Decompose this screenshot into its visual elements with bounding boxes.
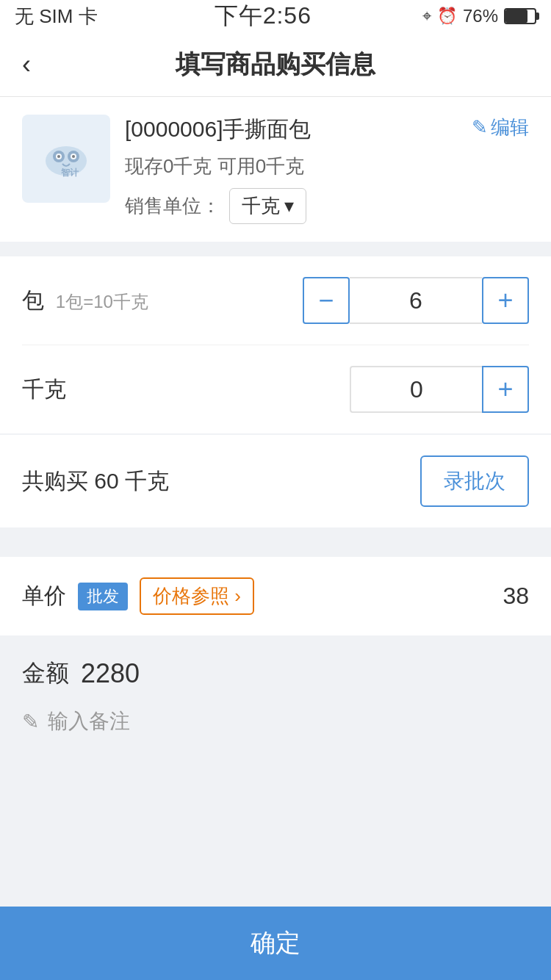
quantity-section: 包 1包=10千克 − + 千克 + [0,256,551,433]
bao-label: 包 [22,288,44,312]
price-tag: 批发 [78,583,128,610]
back-button[interactable]: ‹ [22,49,31,80]
remark-placeholder: 输入备注 [48,707,130,735]
amount-row: 金额 2280 [22,657,529,690]
price-section: 单价 批发 价格参照 › 38 [0,557,551,635]
bao-label-group: 包 1包=10千克 [22,286,148,316]
kg-label: 千克 [22,375,81,405]
product-info: [0000006]手撕面包 ✎ 编辑 现存0千克 可用0千克 销售单位： 千克 … [125,115,529,224]
status-bar: 无 SIM 卡 下午2:56 ⌖ ⏰ 76% [0,0,551,32]
unit-value: 千克 [242,193,280,219]
edit-remark-icon: ✎ [22,710,39,734]
page-title: 填写商品购买信息 [176,48,375,82]
amount-section: 金额 2280 ✎ 输入备注 [0,637,551,784]
confirm-label: 确定 [251,926,300,960]
product-name-row: [0000006]手撕面包 ✎ 编辑 [125,115,529,145]
product-thumbnail: 智计 [22,115,110,203]
product-name: [0000006]手撕面包 [125,115,311,145]
unit-row: 销售单位： 千克 ▾ [125,188,529,224]
battery-icon [504,8,536,24]
status-left: 无 SIM 卡 [15,4,104,29]
edit-link[interactable]: ✎ 编辑 [472,115,529,140]
unit-selector[interactable]: 千克 ▾ [229,188,306,224]
edit-label: 编辑 [491,115,529,140]
price-value: 38 [503,583,529,610]
unit-chevron-icon: ▾ [284,195,294,217]
product-logo-icon: 智计 [40,140,92,177]
price-ref-button[interactable]: 价格参照 › [140,577,254,615]
svg-point-6 [72,155,75,158]
carrier-text: 无 SIM 卡 [15,4,98,29]
summary-section: 共购买 60 千克 录批次 [0,435,551,527]
remark-row[interactable]: ✎ 输入备注 [22,707,529,735]
svg-point-5 [57,155,60,158]
confirm-button[interactable]: 确定 [0,907,551,980]
price-row: 单价 批发 价格参照 › 38 [22,577,529,615]
location-icon: ⌖ [422,7,431,26]
batch-button[interactable]: 录批次 [420,455,529,507]
svg-text:智计: 智计 [60,167,79,177]
product-section: 智计 [0000006]手撕面包 ✎ 编辑 现存0千克 可用0千克 销售单位： … [0,97,551,242]
kg-quantity-control: + [350,366,529,413]
kg-input[interactable] [350,366,482,413]
bao-minus-button[interactable]: − [303,277,350,324]
amount-label: 金额 [22,657,69,690]
kg-plus-button[interactable]: + [482,366,529,413]
nav-bar: ‹ 填写商品购买信息 [0,32,551,97]
price-label: 单价 [22,581,66,611]
bao-row: 包 1包=10千克 − + [22,256,529,345]
amount-value: 2280 [81,658,140,689]
bao-input[interactable] [350,277,482,324]
unit-label: 销售单位： [125,193,220,219]
battery-percent: 76% [463,6,498,26]
bao-plus-button[interactable]: + [482,277,529,324]
summary-text: 共购买 60 千克 [22,466,169,497]
kg-row: 千克 + [22,345,529,433]
status-time: 下午2:56 [215,0,311,32]
bao-quantity-control: − + [303,277,529,324]
edit-icon: ✎ [472,116,488,139]
alarm-icon: ⏰ [437,7,457,26]
bao-sublabel: 1包=10千克 [56,292,148,311]
separator [0,542,551,557]
status-right: ⌖ ⏰ 76% [422,6,536,26]
product-stock: 现存0千克 可用0千克 [125,154,529,179]
